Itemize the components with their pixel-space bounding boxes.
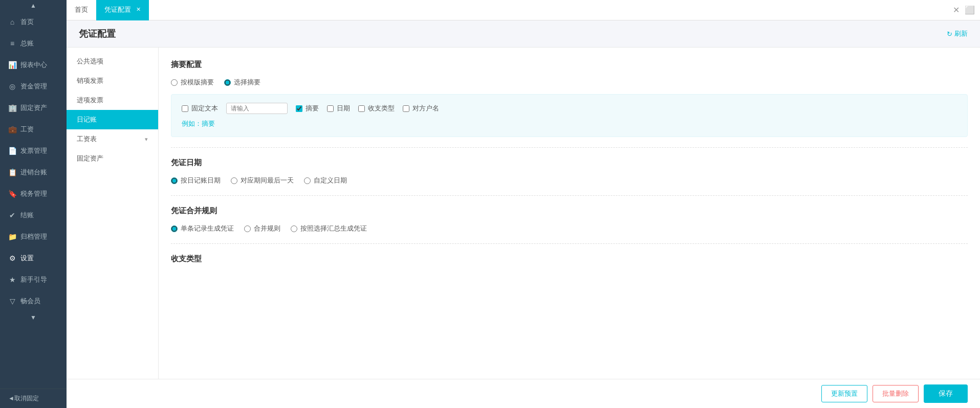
fixed-assets-icon: 🏢: [8, 104, 16, 112]
divider-3: [171, 243, 968, 244]
voucher-merge-rule-radio-group: 单条记录生成凭证 合并规则 按照选择汇总生成凭证: [171, 224, 968, 233]
voucher-merge-rule-title: 凭证合并规则: [171, 206, 968, 216]
left-nav-item-sales-invoice[interactable]: 销项发票: [67, 71, 158, 90]
update-preview-button[interactable]: 更新预置: [821, 385, 867, 402]
sidebar-unpin-button[interactable]: ◄取消固定: [0, 389, 67, 408]
sidebar-item-guide[interactable]: ★ 新手引导: [0, 269, 67, 290]
left-nav-item-purchase-invoice[interactable]: 进项发票: [67, 90, 158, 110]
member-icon: ▽: [8, 297, 16, 305]
by-period-last-day-radio-label[interactable]: 对应期间最后一天: [231, 176, 294, 185]
sidebar: ▲ ⌂ 首页 ≡ 总账 📊 报表中心 ◎ 资金管理 🏢 固定资产 💼 工资 📄 …: [0, 0, 67, 408]
fixed-text-checkbox[interactable]: [182, 105, 188, 112]
fixed-text-input[interactable]: [226, 103, 288, 114]
left-nav: 公共选项 销项发票 进项发票 日记账 工资表 ▾ 固定资产: [67, 48, 159, 379]
tax-icon: 🔖: [8, 190, 16, 198]
sidebar-item-member[interactable]: ▽ 畅会员: [0, 290, 67, 312]
merge-rule-radio[interactable]: [244, 225, 251, 232]
summary-config-title: 摘要配置: [171, 60, 968, 70]
left-nav-item-journal[interactable]: 日记账: [67, 110, 158, 129]
sidebar-item-invoice-mgmt[interactable]: 📄 发票管理: [0, 140, 67, 162]
by-period-last-day-radio[interactable]: [231, 177, 237, 184]
window-maximize-button[interactable]: ⬜: [965, 5, 975, 15]
by-journal-date-radio[interactable]: [171, 177, 178, 184]
tab-voucher-config[interactable]: 凭证配置 ✕: [96, 0, 149, 20]
bottom-bar: 更新预置 批量删除 保存: [67, 379, 980, 408]
template-summary-radio-label[interactable]: 按模版摘要: [171, 78, 214, 87]
page-title: 凭证配置: [79, 28, 116, 40]
sidebar-item-ledger[interactable]: ≡ 总账: [0, 33, 67, 54]
summary-radio-group: 按模版摘要 选择摘要: [171, 78, 968, 87]
by-selection-total-radio[interactable]: [291, 225, 297, 232]
sidebar-item-settle[interactable]: ✔ 结账: [0, 205, 67, 226]
purchase-sale-icon: 📋: [8, 168, 16, 176]
right-content: 摘要配置 按模版摘要 选择摘要 固定文本: [159, 48, 980, 379]
date-checkbox[interactable]: [327, 105, 334, 112]
sidebar-item-settings[interactable]: ⚙ 设置: [0, 247, 67, 269]
merge-rule-radio-label[interactable]: 合并规则: [244, 224, 280, 233]
date-checkbox-label[interactable]: 日期: [327, 104, 350, 113]
home-icon: ⌂: [8, 18, 16, 26]
custom-date-radio[interactable]: [304, 177, 311, 184]
finance-icon: ◎: [8, 82, 16, 90]
guide-icon: ★: [8, 276, 16, 284]
by-selection-total-radio-label[interactable]: 按照选择汇总生成凭证: [291, 224, 367, 233]
tab-home[interactable]: 首页: [67, 0, 96, 20]
voucher-merge-rule-section: 凭证合并规则 单条记录生成凭证 合并规则 按照选择汇总生成凭证: [171, 206, 968, 233]
window-controls: ✕ ⬜: [953, 5, 980, 15]
sidebar-item-report[interactable]: 📊 报表中心: [0, 54, 67, 76]
sidebar-item-fixed-assets[interactable]: 🏢 固定资产: [0, 97, 67, 119]
sidebar-scroll-up[interactable]: ▲: [0, 0, 67, 11]
summary-checkbox[interactable]: [296, 105, 302, 112]
tab-bar: 首页 凭证配置 ✕ ✕ ⬜: [67, 0, 980, 20]
left-nav-item-salary-sheet[interactable]: 工资表 ▾: [67, 129, 158, 149]
tab-close-icon[interactable]: ✕: [136, 6, 141, 13]
summary-config-box: 固定文本 摘要 日期 收支类型: [171, 94, 968, 137]
template-summary-radio[interactable]: [171, 79, 178, 86]
voucher-date-title: 凭证日期: [171, 158, 968, 168]
left-nav-item-fixed-assets[interactable]: 固定资产: [67, 149, 158, 168]
archive-icon: 📁: [8, 233, 16, 241]
refresh-button[interactable]: ↻ 刷新: [947, 29, 968, 38]
income-type-checkbox[interactable]: [358, 105, 365, 112]
chevron-down-icon: ▾: [145, 136, 148, 143]
ledger-icon: ≡: [8, 39, 16, 48]
income-type-title: 收支类型: [171, 254, 968, 264]
settings-icon: ⚙: [8, 254, 16, 262]
content-area: 公共选项 销项发票 进项发票 日记账 工资表 ▾ 固定资产 摘要配置: [67, 48, 980, 379]
divider-1: [171, 147, 968, 148]
sidebar-item-salary[interactable]: 💼 工资: [0, 119, 67, 140]
page-header: 凭证配置 ↻ 刷新: [67, 20, 980, 48]
refresh-icon: ↻: [947, 30, 952, 38]
batch-delete-button[interactable]: 批量删除: [873, 385, 919, 402]
left-nav-item-public-options[interactable]: 公共选项: [67, 52, 158, 71]
voucher-date-section: 凭证日期 按日记账日期 对应期间最后一天 自定义日期: [171, 158, 968, 185]
window-close-button[interactable]: ✕: [953, 5, 960, 15]
income-type-section: 收支类型: [171, 254, 968, 264]
sidebar-item-archive[interactable]: 📁 归档管理: [0, 226, 67, 247]
sidebar-item-purchase-sale[interactable]: 📋 进销台账: [0, 162, 67, 183]
sidebar-item-home[interactable]: ⌂ 首页: [0, 11, 67, 33]
sidebar-item-finance[interactable]: ◎ 资金管理: [0, 76, 67, 97]
custom-date-radio-label[interactable]: 自定义日期: [304, 176, 347, 185]
counterpart-name-checkbox-label[interactable]: 对方户名: [403, 104, 439, 113]
example-text: 例如：摘要: [182, 119, 957, 128]
main-area: 首页 凭证配置 ✕ ✕ ⬜ 凭证配置 ↻ 刷新 公共选项 销项发票 进: [67, 0, 980, 408]
counterpart-name-checkbox[interactable]: [403, 105, 409, 112]
summary-checkbox-row: 固定文本 摘要 日期 收支类型: [182, 103, 957, 114]
invoice-mgmt-icon: 📄: [8, 147, 16, 155]
voucher-date-radio-group: 按日记账日期 对应期间最后一天 自定义日期: [171, 176, 968, 185]
summary-checkbox-label[interactable]: 摘要: [296, 104, 319, 113]
sidebar-scroll-down[interactable]: ▼: [0, 312, 67, 323]
single-record-radio[interactable]: [171, 225, 178, 232]
salary-icon: 💼: [8, 125, 16, 133]
fixed-text-checkbox-label[interactable]: 固定文本: [182, 104, 218, 113]
divider-2: [171, 195, 968, 196]
save-button[interactable]: 保存: [924, 384, 968, 403]
single-record-radio-label[interactable]: 单条记录生成凭证: [171, 224, 234, 233]
by-journal-date-radio-label[interactable]: 按日记账日期: [171, 176, 221, 185]
sidebar-item-tax[interactable]: 🔖 税务管理: [0, 183, 67, 205]
summary-config-section: 摘要配置 按模版摘要 选择摘要 固定文本: [171, 60, 968, 137]
select-summary-radio[interactable]: [224, 79, 231, 86]
select-summary-radio-label[interactable]: 选择摘要: [224, 78, 260, 87]
income-type-checkbox-label[interactable]: 收支类型: [358, 104, 395, 113]
